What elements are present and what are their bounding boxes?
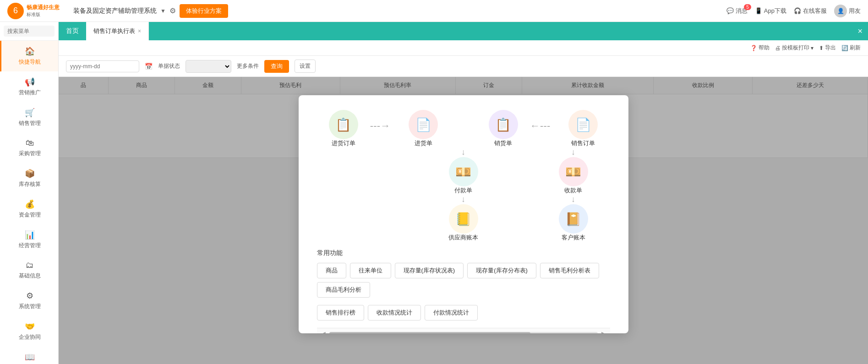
date-input[interactable]	[66, 60, 139, 72]
chevron-down-icon: ▾	[811, 45, 813, 51]
modal-overlay[interactable]: 📋 进货订单 - - - → 📄	[59, 77, 868, 364]
purchase-bill-label: 进货单	[415, 139, 432, 147]
sidebar-icon-purchase: 🛍	[26, 138, 34, 148]
experience-btn[interactable]: 体验行业方案	[180, 4, 228, 18]
flow-node-sales-order: 📄 销售订单	[557, 110, 610, 147]
tab-home[interactable]: 首页	[59, 22, 86, 40]
sidebar-item-quick[interactable]: 🏠快捷导航	[0, 41, 58, 71]
common-functions-title: 常用功能	[317, 249, 610, 257]
sidebar-label-collab: 企业协同	[19, 333, 41, 341]
flow-node-payment: 💴 付款单	[427, 157, 500, 195]
tab-close-icon[interactable]: ×	[138, 28, 141, 34]
sidebar-item-basic[interactable]: 🗂基础信息	[0, 255, 58, 285]
toolbar-right: ❓ 帮助 🖨 按模板打印 ▾ ⬆ 导出 🔄 刷新	[750, 44, 861, 52]
func-btn-销售排行榜[interactable]: 销售排行榜	[317, 305, 364, 321]
sidebar-icon-marketing: 📢	[25, 77, 35, 87]
sidebar-item-newbie[interactable]: 📖新手引导	[0, 347, 58, 364]
tab-sales-order-label: 销售订单执行表	[93, 27, 135, 35]
user-area[interactable]: 👤 用友	[834, 5, 861, 17]
flow-node-supplier-ledger: 📒 供应商账本	[427, 204, 500, 242]
sales-order-icon: 📄	[568, 110, 598, 139]
download-icon: 📱	[755, 7, 762, 14]
refresh-btn[interactable]: 🔄 刷新	[841, 44, 861, 52]
template-print-btn[interactable]: 🖨 按模板打印 ▾	[775, 44, 813, 52]
search-input[interactable]	[4, 26, 55, 37]
more-conditions-btn[interactable]: 更多条件	[237, 62, 259, 70]
export-btn[interactable]: ⬆ 导出	[819, 44, 836, 52]
customer-ledger-icon: 📔	[559, 204, 588, 234]
help-icon: ❓	[750, 45, 757, 51]
arrow-h2: ← - - -	[530, 110, 557, 132]
tab-sales-order[interactable]: 销售订单执行表 ×	[86, 22, 149, 40]
filter-bar: 📅 单据状态 更多条件 查询 设置	[59, 56, 868, 77]
set-btn[interactable]: 设置	[295, 60, 316, 73]
query-btn[interactable]: 查询	[264, 60, 289, 73]
sidebar-item-inventory[interactable]: 📦库存核算	[0, 163, 58, 194]
scroll-right-btn[interactable]: ▶	[601, 330, 606, 333]
top-bar-right: 💬 消息 5 📱 App下载 🎧 在线客服 👤 用友	[726, 5, 861, 17]
func-btn-商品[interactable]: 商品	[317, 263, 346, 278]
sales-order-label: 销售订单	[571, 139, 595, 147]
sidebar-icon-operations: 📊	[25, 230, 35, 240]
func-buttons: 商品往来单位现存量(库存状况表)现存量(库存分布表)销售毛利分析表商品毛利分析销…	[317, 263, 610, 321]
online-service-btn[interactable]: 🎧 在线客服	[794, 7, 827, 15]
online-service-label: 在线客服	[803, 7, 827, 15]
receipt-label: 收款单	[564, 186, 582, 195]
settings-icon[interactable]: ⚙	[169, 6, 176, 15]
sidebar-item-purchase[interactable]: 🛍采购管理	[0, 133, 58, 163]
page-content: 品商品金额预估毛利预估毛利率订金累计收款金额收款比例还差多少天 暂无数据	[59, 77, 868, 364]
sidebar-item-collab[interactable]: 🤝企业协同	[0, 316, 58, 347]
close-all-tabs-btn[interactable]: ×	[852, 27, 868, 36]
help-btn[interactable]: ❓ 帮助	[750, 44, 770, 52]
sidebar-label-inventory: 库存核算	[19, 180, 41, 188]
sidebar-item-finance[interactable]: 💰资金管理	[0, 194, 58, 224]
sidebar-item-system[interactable]: ⚙系统管理	[0, 285, 58, 316]
sidebar-icon-sales: 🛒	[25, 108, 35, 118]
supplier-ledger-label: 供应商账本	[448, 234, 478, 242]
system-dropdown-btn[interactable]: ▼	[160, 8, 166, 14]
func-btn-商品毛利分析[interactable]: 商品毛利分析	[317, 282, 370, 298]
sidebar-label-quick: 快捷导航	[19, 58, 41, 66]
scroll-left-btn[interactable]: ◀	[321, 330, 326, 333]
flow-node-sales-bill: 📋 销货单	[477, 110, 530, 147]
down-arrow-supplier: ↓	[427, 195, 500, 204]
func-btn-付款情况统计[interactable]: 付款情况统计	[425, 305, 478, 321]
func-btn-销售毛利分析表[interactable]: 销售毛利分析表	[540, 263, 599, 278]
print-icon: 🖨	[775, 45, 781, 51]
service-icon: 🎧	[794, 7, 801, 14]
modal-body: 📋 进货订单 - - - → 📄	[299, 95, 628, 333]
message-btn[interactable]: 💬 消息 5	[726, 7, 748, 15]
sales-bill-label: 销货单	[494, 139, 512, 147]
scroll-track[interactable]	[329, 332, 598, 333]
func-btn-往来单位[interactable]: 往来单位	[350, 263, 391, 278]
calendar-icon[interactable]: 📅	[145, 63, 153, 70]
sidebar-label-operations: 经营管理	[19, 242, 41, 250]
sidebar-item-sales[interactable]: 🛒销售管理	[0, 102, 58, 133]
refresh-icon: 🔄	[841, 45, 848, 51]
down-arrow-customer: ↓	[537, 195, 610, 204]
down-arrow-payment: ↓	[427, 147, 500, 157]
payment-icon: 💴	[449, 157, 478, 186]
sidebar: 🏠快捷导航📢营销推广🛒销售管理🛍采购管理📦库存核算💰资金管理📊经营管理🗂基础信息…	[0, 22, 59, 364]
common-functions: 常用功能 商品往来单位现存量(库存状况表)现存量(库存分布表)销售毛利分析表商品…	[317, 249, 610, 328]
flow-node-purchase-bill: 📄 进货单	[397, 110, 450, 147]
app-download-btn[interactable]: 📱 App下载	[755, 7, 786, 15]
sidebar-item-operations[interactable]: 📊经营管理	[0, 224, 58, 255]
sidebar-search-area	[0, 22, 58, 41]
func-btn-收款情况统计[interactable]: 收款情况统计	[368, 305, 421, 321]
func-btn-现存量(库存状况表)[interactable]: 现存量(库存状况表)	[395, 263, 464, 278]
logo-text: 畅康通好生意 标准版	[27, 4, 60, 17]
status-select[interactable]	[186, 60, 231, 73]
avatar: 👤	[834, 5, 847, 17]
sidebar-icon-quick: 🏠	[25, 46, 35, 56]
user-name: 用友	[849, 7, 861, 15]
spacer1	[450, 110, 476, 120]
sidebar-item-marketing[interactable]: 📢营销推广	[0, 71, 58, 102]
scroll-bar-area: ◀ ▶	[317, 328, 610, 333]
top-bar-middle: 装备及固定资产辅助管理系统 ▼ ⚙ 体验行业方案	[66, 4, 726, 18]
status-label: 单据状态	[158, 62, 180, 70]
sidebar-label-basic: 基础信息	[19, 272, 41, 280]
flow-diagram: 📋 进货订单 - - - → 📄	[317, 110, 610, 249]
func-btn-现存量(库存分布表)[interactable]: 现存量(库存分布表)	[467, 263, 536, 278]
flow-node-receipt: 💴 收款单	[537, 157, 610, 195]
